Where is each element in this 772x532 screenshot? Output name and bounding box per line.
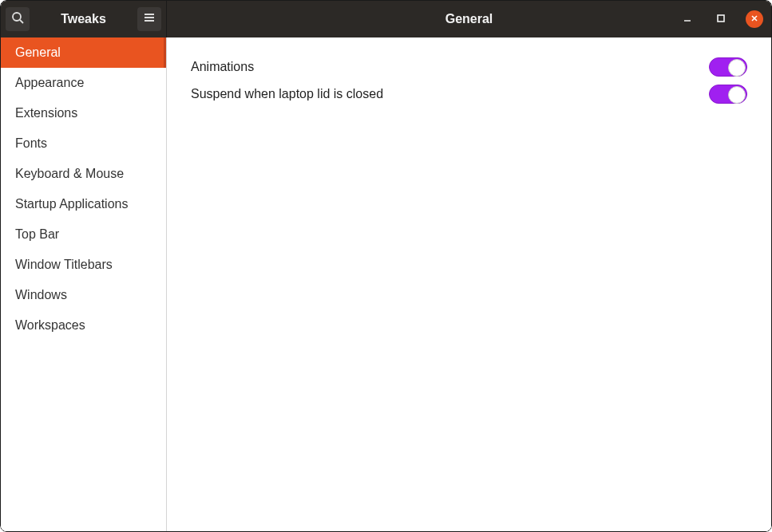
sidebar-item-label: Startup Applications — [15, 197, 128, 211]
sidebar: General Appearance Extensions Fonts Keyb… — [1, 37, 167, 531]
titlebar-right: General — [167, 1, 771, 37]
sidebar-item-label: Window Titlebars — [15, 258, 113, 271]
toggle-animations[interactable] — [709, 57, 747, 77]
svg-point-0 — [13, 13, 21, 21]
sidebar-item-label: Top Bar — [15, 227, 59, 241]
maximize-icon — [716, 12, 726, 26]
sidebar-item-windows[interactable]: Windows — [1, 280, 166, 310]
setting-label: Animations — [191, 60, 254, 74]
search-icon — [11, 11, 24, 27]
titlebar-left: Tweaks — [1, 1, 167, 37]
toggle-suspend-lid[interactable] — [709, 85, 747, 104]
sidebar-item-label: Windows — [15, 288, 67, 301]
window-body: General Appearance Extensions Fonts Keyb… — [1, 37, 771, 531]
maximize-button[interactable] — [712, 10, 730, 28]
sidebar-item-workspaces[interactable]: Workspaces — [1, 310, 166, 341]
sidebar-item-label: General — [15, 45, 61, 59]
minimize-icon — [683, 12, 692, 26]
setting-row-suspend-lid: Suspend when laptop lid is closed — [191, 81, 747, 108]
sidebar-item-extensions[interactable]: Extensions — [1, 98, 166, 128]
minimize-button[interactable] — [679, 10, 696, 28]
close-icon — [750, 12, 759, 26]
sidebar-item-window-titlebars[interactable]: Window Titlebars — [1, 250, 166, 280]
page-title: General — [445, 12, 493, 26]
menu-button[interactable] — [137, 7, 161, 31]
svg-rect-6 — [718, 15, 724, 22]
window-controls — [679, 10, 763, 28]
sidebar-item-label: Extensions — [15, 106, 77, 120]
titlebar: Tweaks General — [1, 1, 771, 37]
sidebar-item-startup-applications[interactable]: Startup Applications — [1, 189, 166, 219]
search-button[interactable] — [6, 7, 30, 31]
sidebar-item-general[interactable]: General — [1, 37, 166, 68]
sidebar-item-label: Fonts — [15, 136, 47, 150]
app-window: Tweaks General — [0, 0, 772, 532]
close-button[interactable] — [746, 10, 763, 28]
sidebar-item-label: Appearance — [15, 76, 84, 89]
setting-label: Suspend when laptop lid is closed — [191, 87, 383, 101]
svg-line-1 — [20, 20, 23, 23]
sidebar-item-top-bar[interactable]: Top Bar — [1, 219, 166, 250]
setting-row-animations: Animations — [191, 53, 747, 81]
sidebar-item-fonts[interactable]: Fonts — [1, 128, 166, 159]
sidebar-item-keyboard-mouse[interactable]: Keyboard & Mouse — [1, 159, 166, 189]
sidebar-item-label: Workspaces — [15, 318, 85, 332]
hamburger-icon — [143, 11, 156, 27]
content-panel: Animations Suspend when laptop lid is cl… — [167, 37, 771, 531]
sidebar-item-appearance[interactable]: Appearance — [1, 68, 166, 98]
app-title: Tweaks — [34, 12, 133, 26]
sidebar-item-label: Keyboard & Mouse — [15, 167, 124, 180]
